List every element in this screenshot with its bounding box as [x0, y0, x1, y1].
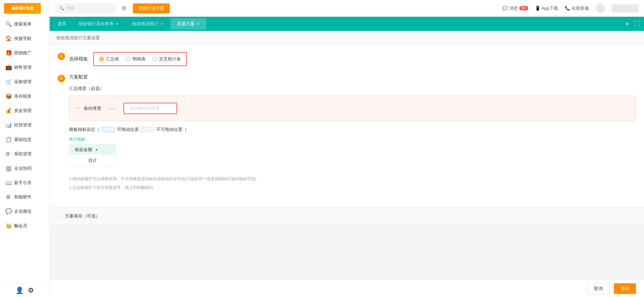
sidebar-item-采购管理[interactable]: 🛒采购管理 — [0, 75, 49, 89]
sidebar-icon: 🏠 — [5, 35, 11, 42]
step2-title: 方案配置 — [69, 74, 636, 80]
sidebar-footer: 👤 ⚙ — [0, 283, 49, 297]
sidebar-item-label: 畅会员 — [14, 223, 27, 229]
sidebar-item-智能硬件[interactable]: 🖥智能硬件 — [0, 190, 49, 204]
sidebar-item-搜索菜单[interactable]: 🔍搜索菜单 — [0, 17, 49, 31]
step1-content: 选择模板 汇总表 明细表 — [69, 52, 636, 66]
trial-button[interactable]: 体验行业方案 — [133, 3, 170, 13]
dropdown-arrow-icon[interactable]: ▼ — [95, 148, 98, 152]
radio-cross-dot[interactable] — [152, 57, 157, 61]
tab-home-label: 首页 — [58, 21, 66, 27]
save-label: 方案保存（可选） — [65, 213, 100, 219]
user-avatar[interactable] — [596, 4, 605, 13]
sidebar-icon: 📊 — [5, 122, 11, 128]
indicator-title-prefix: 模板指标设定（ — [69, 127, 100, 133]
legend-static: 不可拖动位置 — [141, 127, 182, 133]
sidebar-item-经营管理[interactable]: 📊经营管理 — [0, 118, 49, 132]
radio-summary-dot[interactable] — [99, 57, 104, 61]
step1-number: 1 — [58, 53, 65, 60]
sidebar-item-库存核算[interactable]: 📦库存核算 — [0, 89, 49, 103]
topbar-right: 💬 消息 99+ 📱 App下载 📞 在线客服 — [502, 4, 639, 13]
sidebar-item-label: 资金管理 — [14, 108, 32, 114]
sidebar-icon: 📦 — [5, 93, 11, 99]
sidebar-item-销售管理[interactable]: 💼销售管理 — [0, 60, 49, 75]
sidebar-item-label: 经营管理 — [14, 122, 32, 128]
settings-icon[interactable]: ⚙ — [119, 4, 129, 13]
query-button[interactable]: 查询 — [614, 283, 636, 294]
sidebar-item-系统管理[interactable]: ⚙系统管理 — [0, 147, 49, 161]
sidebar-item-label: 基础信息 — [14, 137, 32, 143]
sidebar-item-企业微信[interactable]: 💬企业微信 — [0, 204, 49, 218]
tab-receipts-label: 收款情况统计 — [132, 21, 158, 27]
tab-newplan-close-icon[interactable]: ✕ — [197, 21, 200, 26]
tab-cashflow-label: 现金银行流水查询 — [78, 21, 113, 27]
logo-text: 畅捷通好生意 — [11, 6, 34, 11]
sidebar-item-快捷导航[interactable]: 🏠快捷导航 — [0, 31, 49, 46]
sidebar-item-畅会员[interactable]: 👑畅会员 — [0, 218, 49, 233]
indicator-title-suffix: ） — [184, 127, 189, 133]
save-checkbox[interactable] — [58, 214, 62, 218]
support-label: 在线客服 — [572, 5, 589, 11]
cancel-button[interactable]: 取消 — [587, 283, 610, 294]
search-bar[interactable]: 🔍 搜索 — [55, 4, 115, 13]
close-window-icon[interactable]: ✕ — [624, 19, 631, 29]
radio-summary[interactable]: 汇总表 — [99, 56, 119, 62]
sidebar-footer-icon2[interactable]: ⚙ — [28, 286, 34, 294]
legend-draggable: 可拖动位置 — [102, 127, 139, 133]
legend-static-label: 不可拖动位置 — [156, 127, 182, 133]
sidebar-item-基础信息[interactable]: 📋基础信息 — [0, 132, 49, 147]
sidebar-item-label: 搜索菜单 — [14, 21, 32, 27]
legend-draggable-box — [102, 127, 115, 132]
notification-badge: 99+ — [519, 6, 528, 10]
step2-number: 2 — [58, 75, 65, 82]
breadcrumb-text: 收款情况统计方案设置 — [56, 35, 100, 40]
sidebar-icon: 🛒 — [5, 79, 11, 85]
dimension-select[interactable]: 请选择分组维度 — [123, 103, 177, 114]
tab-home[interactable]: 首页 — [52, 18, 72, 30]
sidebar-icon: 🔍 — [5, 21, 11, 27]
radio-cross[interactable]: 交叉统计表 — [152, 56, 181, 62]
sidebar-icon: 💰 — [5, 107, 11, 114]
sidebar-item-label: 库存核算 — [14, 93, 32, 99]
sidebar-icon: 💼 — [5, 64, 11, 70]
sidebar-item-营销推广[interactable]: 🎁营销推广 — [0, 46, 49, 60]
logo-image: 畅捷通好生意 — [4, 3, 41, 14]
sidebar-item-label: 销售管理 — [14, 64, 32, 70]
notification-item[interactable]: 💬 消息 99+ — [502, 5, 528, 11]
tab-receipts-close-icon[interactable]: ✕ — [160, 21, 164, 26]
dimension-section: 汇总维度（必选） * 纵向维度 —— 请选择分组维度 — [69, 86, 636, 121]
sidebar-item-资金管理[interactable]: 💰资金管理 — [0, 103, 49, 118]
radio-detail-dot[interactable] — [126, 57, 130, 61]
tab-cashflow-close-icon[interactable]: ✕ — [115, 21, 119, 26]
sidebar-icon: 📋 — [5, 136, 11, 143]
expand-icon[interactable]: ⛶ — [633, 19, 641, 29]
sidebar-footer-icon1[interactable]: 👤 — [15, 286, 24, 294]
tab-receipts[interactable]: 收款情况统计 ✕ — [125, 18, 170, 30]
tab-cashflow[interactable]: 现金银行流水查询 ✕ — [72, 18, 125, 30]
search-icon: 🔍 — [59, 6, 64, 11]
tips-section: 1.拖动标题栏可以调整布局，不可跨维度或指标区域拖动栏目字段(只能在同一维度或指… — [69, 176, 636, 191]
page-body: 收款情况统计方案设置 1 选择模板 汇总表 — [50, 31, 644, 225]
radio-detail[interactable]: 明细表 — [126, 56, 146, 62]
user-info — [612, 4, 639, 12]
sidebar: 畅捷通好生意 🔍搜索菜单🏠快捷导航🎁营销推广💼销售管理🛒采购管理📦库存核算💰资金… — [0, 0, 50, 297]
stats-area: 统计指标 收款金额 ▼ 合计 — [69, 137, 636, 167]
support-item[interactable]: 📞 在线客服 — [565, 5, 589, 11]
step1: 1 选择模板 汇总表 明细表 — [58, 52, 636, 66]
save-option[interactable]: 方案保存（可选） — [58, 213, 636, 219]
search-placeholder: 搜索 — [66, 5, 74, 11]
tabbar-controls: ✕ ⛶ — [624, 19, 641, 29]
dimension-area: * 纵向维度 —— 请选择分组维度 — [69, 96, 636, 121]
action-bar: 取消 查询 — [50, 280, 644, 297]
tab-newplan[interactable]: 新建方案 ✕ — [170, 18, 207, 30]
stats-header[interactable]: 收款金额 ▼ — [69, 145, 116, 155]
template-selector: 汇总表 明细表 交叉统计表 — [93, 52, 187, 66]
sidebar-item-label: 智能硬件 — [14, 194, 32, 200]
sidebar-item-新手引导[interactable]: 📖新手引导 — [0, 176, 49, 190]
download-item[interactable]: 📱 App下载 — [535, 5, 558, 11]
indicator-legend-row: 模板指标设定（ 可拖动位置 不可拖动位置 ） — [69, 127, 636, 133]
sidebar-item-企业协同[interactable]: 🏢企业协同 — [0, 161, 49, 176]
tabbar: 首页 现金银行流水查询 ✕ 收款情况统计 ✕ 新建方案 ✕ ✕ ⛶ — [50, 17, 644, 31]
legend-draggable-label: 可拖动位置 — [117, 127, 139, 133]
dimension-row: * 纵向维度 —— 请选择分组维度 — [77, 103, 628, 114]
